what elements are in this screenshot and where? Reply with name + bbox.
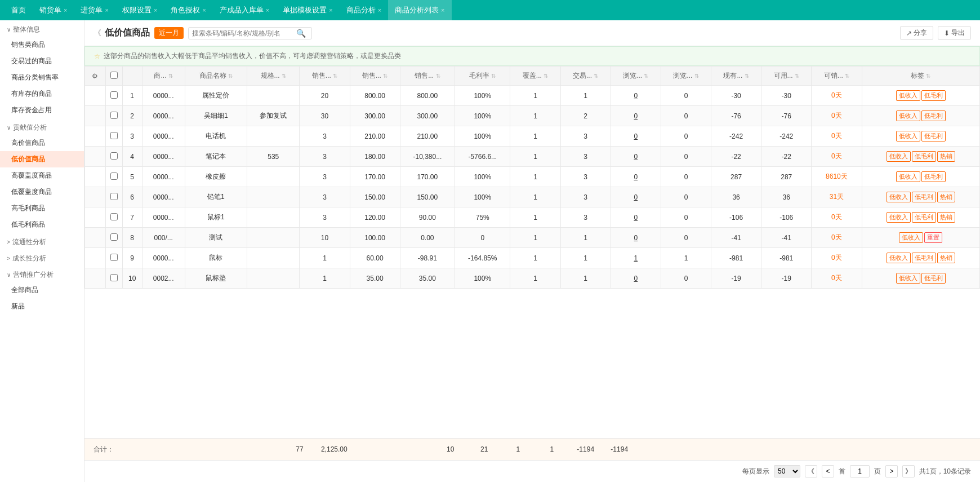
row-checkbox-cell[interactable] bbox=[105, 228, 122, 248]
sidebar-group-flow-title[interactable]: > 流通性分析 bbox=[0, 233, 84, 249]
nav-analysis-list[interactable]: 商品分析列表 × bbox=[388, 0, 451, 20]
row-checkbox-cell[interactable] bbox=[105, 86, 122, 106]
sidebar-collapse-btn[interactable]: 《 bbox=[93, 28, 101, 38]
nav-close-stock-in[interactable]: × bbox=[266, 7, 269, 14]
filter-recent-month-btn[interactable]: 近一月 bbox=[154, 27, 184, 39]
row-browse1[interactable]: 0 bbox=[611, 187, 661, 207]
row-settings-btn[interactable] bbox=[85, 268, 106, 289]
row-settings-btn[interactable] bbox=[85, 86, 106, 106]
row-settings-btn[interactable] bbox=[85, 106, 106, 126]
nav-purchase[interactable]: 进货单 × bbox=[74, 0, 115, 20]
share-button[interactable]: ↗ 分享 bbox=[900, 26, 933, 40]
row-settings-btn[interactable] bbox=[85, 207, 106, 228]
nav-role[interactable]: 角色授权 × bbox=[164, 0, 212, 20]
col-sale3[interactable]: 销售... ⇅ bbox=[400, 67, 455, 86]
sidebar-item-category-rate[interactable]: 商品分类销售率 bbox=[0, 69, 84, 86]
row-browse1[interactable]: 0 bbox=[611, 86, 661, 106]
sidebar-item-high-value[interactable]: 高价值商品 bbox=[0, 135, 84, 151]
sidebar-item-stock-goods[interactable]: 有库存的商品 bbox=[0, 86, 84, 102]
row-checkbox-cell[interactable] bbox=[105, 147, 122, 167]
nav-close-role[interactable]: × bbox=[202, 7, 206, 14]
row-browse1[interactable]: 1 bbox=[611, 248, 661, 268]
nav-sales[interactable]: 销货单 × bbox=[33, 0, 74, 20]
col-name[interactable]: 商品名称 ⇅ bbox=[185, 67, 247, 86]
col-settings[interactable]: ⚙ bbox=[85, 67, 106, 86]
last-page-btn[interactable]: 》 bbox=[902, 465, 915, 477]
row-browse1[interactable]: 0 bbox=[611, 167, 661, 187]
row-settings-btn[interactable] bbox=[85, 126, 106, 147]
row-checkbox[interactable] bbox=[110, 132, 118, 139]
sidebar-item-low-value[interactable]: 低价值商品 bbox=[0, 151, 84, 167]
row-settings-btn[interactable] bbox=[85, 147, 106, 167]
nav-close-analysis[interactable]: × bbox=[378, 7, 381, 14]
sidebar-item-high-coverage[interactable]: 高覆盖度商品 bbox=[0, 167, 84, 184]
row-checkbox-cell[interactable] bbox=[105, 126, 122, 147]
nav-close-sales[interactable]: × bbox=[64, 7, 67, 14]
row-checkbox[interactable] bbox=[110, 213, 118, 220]
page-number-input[interactable] bbox=[850, 465, 870, 477]
col-coverage[interactable]: 覆盖... ⇅ bbox=[510, 67, 560, 86]
nav-template[interactable]: 单据模板设置 × bbox=[276, 0, 339, 20]
row-checkbox-cell[interactable] bbox=[105, 106, 122, 126]
sidebar-group-marketing-title[interactable]: ∨ 营销推广分析 bbox=[0, 266, 84, 282]
sidebar-group-growth-title[interactable]: > 成长性分析 bbox=[0, 249, 84, 266]
sidebar-item-all-goods[interactable]: 全部商品 bbox=[0, 282, 84, 298]
row-settings-btn[interactable] bbox=[85, 167, 106, 187]
col-sellable[interactable]: 可销... ⇅ bbox=[812, 67, 862, 86]
col-checkbox-all[interactable] bbox=[105, 67, 122, 86]
sidebar-group-contribution-title[interactable]: ∨ 贡献值分析 bbox=[0, 118, 84, 135]
data-table-wrapper[interactable]: ⚙ 商... ⇅ 商品名称 ⇅ 规格... ⇅ 销售... ⇅ 销售... ⇅ … bbox=[84, 66, 980, 438]
row-checkbox[interactable] bbox=[110, 193, 118, 200]
sidebar-item-sales-goods[interactable]: 销售类商品 bbox=[0, 37, 84, 53]
row-checkbox-cell[interactable] bbox=[105, 207, 122, 228]
sidebar-item-low-coverage[interactable]: 低覆盖度商品 bbox=[0, 184, 84, 200]
nav-analysis[interactable]: 商品分析 × bbox=[340, 0, 388, 20]
sidebar-item-traded-goods[interactable]: 交易过的商品 bbox=[0, 53, 84, 69]
col-sale1[interactable]: 销售... ⇅ bbox=[300, 67, 350, 86]
prev-page-btn[interactable]: < bbox=[822, 465, 834, 477]
sidebar-group-overall-title[interactable]: ∨ 整体信息 bbox=[0, 20, 84, 37]
sidebar-item-low-margin[interactable]: 低毛利商品 bbox=[0, 216, 84, 233]
first-page-btn[interactable]: 《 bbox=[805, 465, 817, 477]
export-button[interactable]: ⬇ 导出 bbox=[938, 26, 971, 40]
nav-close-analysis-list[interactable]: × bbox=[441, 7, 444, 14]
row-settings-btn[interactable] bbox=[85, 228, 106, 248]
col-tags[interactable]: 标签 ⇅ bbox=[862, 67, 979, 86]
row-checkbox[interactable] bbox=[110, 91, 118, 99]
next-page-btn[interactable]: > bbox=[885, 465, 898, 477]
nav-stock-in[interactable]: 产成品入库单 × bbox=[213, 0, 276, 20]
row-browse1[interactable]: 0 bbox=[611, 106, 661, 126]
sidebar-item-stock-capital[interactable]: 库存资金占用 bbox=[0, 102, 84, 118]
col-spec[interactable]: 规格... ⇅ bbox=[247, 67, 300, 86]
per-page-select[interactable]: 50 20 100 bbox=[774, 465, 800, 477]
search-input[interactable] bbox=[192, 29, 296, 37]
col-current[interactable]: 现有... ⇅ bbox=[711, 67, 761, 86]
row-checkbox[interactable] bbox=[110, 274, 118, 281]
col-trade[interactable]: 交易... ⇅ bbox=[560, 67, 611, 86]
nav-close-permission[interactable]: × bbox=[154, 7, 157, 14]
row-checkbox[interactable] bbox=[110, 254, 118, 261]
row-settings-btn[interactable] bbox=[85, 248, 106, 268]
col-available[interactable]: 可用... ⇅ bbox=[761, 67, 812, 86]
col-margin[interactable]: 毛利率 ⇅ bbox=[455, 67, 510, 86]
row-checkbox[interactable] bbox=[110, 112, 118, 119]
row-checkbox-cell[interactable] bbox=[105, 167, 122, 187]
row-checkbox[interactable] bbox=[110, 233, 118, 241]
row-checkbox-cell[interactable] bbox=[105, 248, 122, 268]
row-browse1[interactable]: 0 bbox=[611, 126, 661, 147]
row-checkbox[interactable] bbox=[110, 173, 118, 180]
row-browse1[interactable]: 0 bbox=[611, 147, 661, 167]
nav-close-purchase[interactable]: × bbox=[105, 7, 108, 14]
select-all-checkbox[interactable] bbox=[110, 72, 118, 79]
row-settings-btn[interactable] bbox=[85, 187, 106, 207]
col-browse1[interactable]: 浏览... ⇅ bbox=[611, 67, 661, 86]
row-browse1[interactable]: 0 bbox=[611, 228, 661, 248]
col-sale2[interactable]: 销售... ⇅ bbox=[350, 67, 400, 86]
nav-permission[interactable]: 权限设置 × bbox=[115, 0, 164, 20]
col-code[interactable]: 商... ⇅ bbox=[142, 67, 185, 86]
row-checkbox[interactable] bbox=[110, 152, 118, 160]
sidebar-item-high-margin[interactable]: 高毛利商品 bbox=[0, 200, 84, 216]
nav-close-template[interactable]: × bbox=[329, 7, 332, 14]
nav-home[interactable]: 首页 bbox=[5, 0, 33, 20]
col-browse2[interactable]: 浏览... ⇅ bbox=[661, 67, 711, 86]
